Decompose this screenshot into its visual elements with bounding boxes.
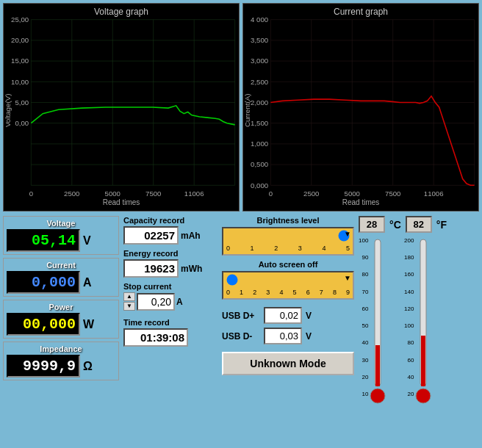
current-chart-svg: 4 000 3,500 3,000 2,500 2,000 1,500 1,00… bbox=[243, 4, 478, 211]
voltage-chart: Voltage graph bbox=[3, 3, 240, 212]
svg-rect-61 bbox=[421, 336, 425, 386]
svg-text:Voltage(V): Voltage(V) bbox=[4, 94, 12, 128]
usb-dminus-row: USB D- V bbox=[222, 328, 354, 344]
celsius-value-box: 28 bbox=[359, 216, 385, 233]
power-block: Power 00,000 W bbox=[3, 300, 119, 339]
time-record-block: Time record bbox=[123, 318, 217, 347]
voltage-unit: V bbox=[83, 234, 91, 248]
capacity-record-label: Capacity record bbox=[123, 216, 217, 225]
unknown-mode-button[interactable]: Unknown Mode bbox=[222, 352, 354, 375]
fahrenheit-thermometer-wrap: 200 180 160 140 120 100 80 60 40 20 bbox=[404, 236, 447, 444]
current-unit: A bbox=[83, 276, 92, 289]
fahrenheit-thermometer-svg bbox=[415, 236, 431, 412]
center-column: Brightness level ▼ 0 1 2 3 4 5 Auto scre… bbox=[222, 216, 354, 444]
brightness-dropdown-arrow[interactable]: ▼ bbox=[344, 230, 351, 238]
capacity-record-block: Capacity record mAh bbox=[123, 216, 217, 245]
usb-dplus-row: USB D+ V bbox=[222, 307, 354, 324]
usb-dminus-unit: V bbox=[306, 331, 312, 342]
auto-screen-off-block: Auto screen off ▼ 0 1 2 3 4 5 6 7 8 9 bbox=[222, 260, 354, 300]
power-display: 00,000 bbox=[7, 313, 80, 336]
stop-current-up[interactable]: ▲ bbox=[123, 292, 135, 301]
stop-current-spinner: ▲ ▼ bbox=[123, 292, 135, 311]
usb-dplus-input[interactable] bbox=[264, 307, 302, 324]
stop-current-input[interactable] bbox=[137, 293, 175, 311]
auto-screen-dropdown-arrow[interactable]: ▼ bbox=[344, 274, 351, 282]
fahrenheit-unit: °F bbox=[436, 219, 447, 231]
time-record-label: Time record bbox=[123, 318, 217, 327]
svg-text:2500: 2500 bbox=[303, 189, 319, 198]
celsius-unit: °C bbox=[389, 219, 401, 231]
svg-text:0,000: 0,000 bbox=[251, 181, 268, 189]
auto-screen-off-title: Auto screen off bbox=[222, 260, 354, 269]
current-block: Current 0,000 A bbox=[3, 258, 119, 297]
svg-text:5,00: 5,00 bbox=[15, 98, 29, 106]
svg-text:20,00: 20,00 bbox=[11, 36, 29, 44]
voltage-chart-title: Voltage graph bbox=[4, 5, 239, 18]
svg-text:0,500: 0,500 bbox=[251, 160, 268, 168]
auto-screen-slider-container: ▼ 0 1 2 3 4 5 6 7 8 9 bbox=[222, 271, 354, 300]
energy-record-input[interactable] bbox=[123, 259, 179, 278]
thermometer-column: 28 °C 82 °F 100 90 80 70 60 50 40 30 20 … bbox=[359, 216, 447, 444]
capacity-unit: mAh bbox=[181, 231, 201, 241]
svg-text:0: 0 bbox=[29, 189, 33, 198]
svg-text:2,000: 2,000 bbox=[251, 98, 268, 106]
fahrenheit-scale: 200 180 160 140 120 100 80 60 40 20 bbox=[404, 236, 414, 397]
svg-text:1,500: 1,500 bbox=[251, 119, 268, 127]
usb-dplus-label: USB D+ bbox=[222, 311, 260, 321]
svg-text:1,000: 1,000 bbox=[251, 140, 268, 148]
auto-screen-labels: 0 1 2 3 4 5 6 7 8 9 bbox=[226, 289, 350, 296]
svg-text:3,500: 3,500 bbox=[251, 36, 268, 44]
svg-text:0: 0 bbox=[269, 189, 273, 198]
brightness-slider-container: ▼ 0 1 2 3 4 5 bbox=[222, 227, 354, 256]
voltage-label: Voltage bbox=[7, 219, 115, 228]
voltage-chart-svg: 25,00 20,00 15,00 10,00 5,00 0,00 0 2500… bbox=[4, 4, 239, 211]
power-unit: W bbox=[83, 318, 94, 331]
usb-dplus-unit: V bbox=[306, 311, 312, 321]
svg-text:11006: 11006 bbox=[184, 189, 204, 198]
energy-record-label: Energy record bbox=[123, 249, 217, 258]
svg-text:7500: 7500 bbox=[385, 189, 400, 198]
measurements-column: Voltage 05,14 V Current 0,000 A Power 00… bbox=[3, 216, 119, 444]
svg-text:5000: 5000 bbox=[345, 189, 360, 198]
records-column: Capacity record mAh Energy record mWh St… bbox=[123, 216, 217, 444]
voltage-xlabel: Read times bbox=[4, 198, 239, 206]
controls-area: Voltage 05,14 V Current 0,000 A Power 00… bbox=[0, 213, 482, 447]
energy-record-block: Energy record mWh bbox=[123, 249, 217, 278]
stop-current-block: Stop current ▲ ▼ A bbox=[123, 282, 217, 311]
usb-dminus-label: USB D- bbox=[222, 331, 260, 342]
energy-unit: mWh bbox=[181, 264, 202, 274]
brightness-slider[interactable] bbox=[226, 231, 350, 241]
celsius-thermometer-svg bbox=[370, 236, 386, 412]
stop-current-unit: A bbox=[176, 297, 183, 307]
brightness-labels: 0 1 2 3 4 5 bbox=[226, 245, 350, 252]
impedance-label: Impedance bbox=[7, 344, 115, 353]
fahrenheit-value-box: 82 bbox=[406, 216, 432, 233]
auto-screen-slider[interactable] bbox=[226, 275, 350, 285]
time-record-input[interactable] bbox=[123, 328, 188, 347]
celsius-scale: 100 90 80 70 60 50 40 30 20 10 bbox=[359, 236, 368, 397]
current-xlabel: Read times bbox=[243, 198, 478, 206]
thermometers-row: 100 90 80 70 60 50 40 30 20 10 bbox=[359, 236, 447, 444]
svg-point-59 bbox=[370, 389, 385, 403]
impedance-block: Impedance 9999,9 Ω bbox=[3, 342, 119, 380]
svg-text:15,00: 15,00 bbox=[11, 57, 29, 65]
impedance-display: 9999,9 bbox=[7, 355, 80, 377]
brightness-title: Brightness level bbox=[222, 216, 354, 225]
voltage-display: 05,14 bbox=[7, 229, 80, 252]
svg-text:10,00: 10,00 bbox=[11, 77, 29, 85]
stop-current-down[interactable]: ▼ bbox=[123, 302, 135, 311]
current-chart-title: Current graph bbox=[243, 5, 478, 18]
svg-text:5000: 5000 bbox=[105, 189, 120, 198]
stop-current-label: Stop current bbox=[123, 282, 217, 291]
usb-block: USB D+ V USB D- V bbox=[222, 307, 354, 344]
voltage-block: Voltage 05,14 V bbox=[3, 216, 119, 255]
current-display: 0,000 bbox=[7, 271, 80, 294]
thermo-header: 28 °C 82 °F bbox=[359, 216, 447, 233]
svg-text:Current(A): Current(A) bbox=[243, 94, 251, 128]
brightness-block: Brightness level ▼ 0 1 2 3 4 5 bbox=[222, 216, 354, 256]
svg-text:7500: 7500 bbox=[145, 189, 161, 198]
svg-text:2,500: 2,500 bbox=[251, 77, 268, 85]
charts-area: Voltage graph bbox=[0, 0, 482, 213]
usb-dminus-input[interactable] bbox=[264, 328, 302, 344]
capacity-record-input[interactable] bbox=[123, 226, 179, 245]
